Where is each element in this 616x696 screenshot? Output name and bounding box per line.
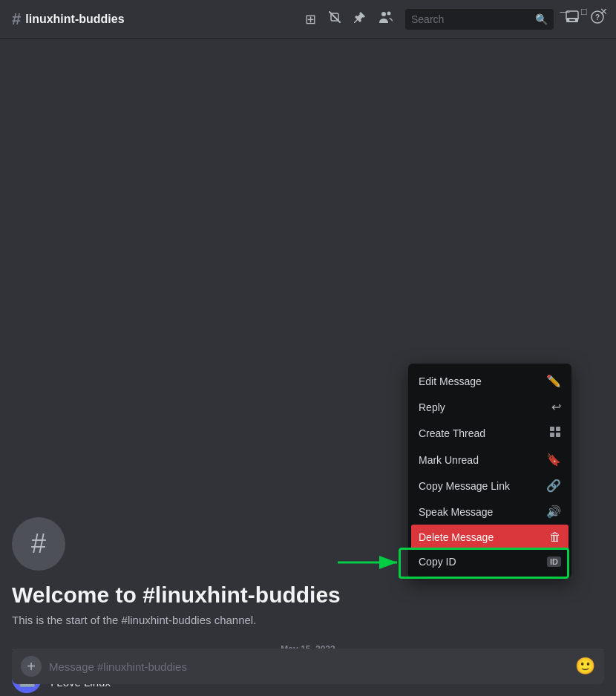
context-delete-message[interactable]: Delete Message 🗑 [411, 525, 569, 550]
attach-button[interactable]: + [21, 656, 42, 677]
channel-name-text: linuxhint-buddies [25, 13, 124, 26]
trash-icon: 🗑 [549, 531, 561, 544]
search-icon: 🔍 [535, 13, 548, 25]
maximize-button[interactable]: □ [577, 4, 591, 18]
pin-icon[interactable] [353, 10, 367, 27]
message-input-container: + 🙂 [12, 649, 604, 684]
copy-id-label: Copy ID [419, 556, 541, 568]
channel-hash-icon: # [12, 10, 21, 29]
context-mark-unread[interactable]: Mark Unread 🔖 [408, 447, 571, 473]
context-reply[interactable]: Reply ↩ [408, 394, 571, 420]
edit-icon: ✏️ [546, 374, 561, 388]
create-thread-label: Create Thread [419, 427, 543, 439]
context-copy-link[interactable]: Copy Message Link 🔗 [408, 473, 571, 499]
mute-icon[interactable] [328, 10, 341, 27]
speak-label: Speak Message [419, 506, 540, 518]
bookmark-icon: 🔖 [546, 453, 561, 467]
channel-name-display: # linuxhint-buddies [12, 10, 125, 29]
message-input[interactable] [49, 660, 568, 673]
svg-rect-6 [569, 19, 575, 21]
emoji-button[interactable]: 🙂 [575, 657, 595, 676]
message-input-bar: + 🙂 [0, 649, 616, 696]
thread-icon [549, 426, 561, 441]
speak-icon: 🔊 [546, 505, 561, 519]
svg-point-3 [387, 12, 391, 16]
close-button[interactable]: ✕ [597, 4, 610, 18]
channel-header: # linuxhint-buddies ⊞ 🔍 [0, 0, 616, 39]
svg-rect-11 [550, 433, 554, 437]
svg-rect-12 [556, 433, 560, 437]
search-box[interactable]: 🔍 [405, 9, 554, 30]
mark-unread-label: Mark Unread [419, 454, 540, 466]
context-edit-message[interactable]: Edit Message ✏️ [408, 368, 571, 394]
edit-message-label: Edit Message [419, 375, 540, 387]
minimize-button[interactable]: — [558, 4, 571, 18]
search-input[interactable] [411, 13, 531, 25]
context-create-thread[interactable]: Create Thread [408, 420, 571, 447]
reply-icon: ↩ [551, 400, 561, 414]
delete-label: Delete Message [419, 531, 543, 543]
reply-label: Reply [419, 401, 545, 413]
welcome-title: Welcome to #linuxhint-buddies [12, 582, 604, 608]
channel-icon: # [12, 517, 65, 571]
welcome-subtitle: This is the start of the #linuxhint-budd… [12, 614, 604, 626]
threads-icon[interactable]: ⊞ [305, 11, 316, 27]
context-speak[interactable]: Speak Message 🔊 [408, 499, 571, 525]
svg-rect-10 [556, 427, 560, 431]
id-icon: ID [547, 557, 561, 567]
context-menu: Edit Message ✏️ Reply ↩ Create Thread Ma… [408, 364, 571, 578]
members-icon[interactable] [379, 10, 393, 27]
channel-intro-hash: # [31, 528, 46, 559]
copy-link-label: Copy Message Link [419, 480, 540, 492]
window-controls: — □ ✕ [558, 4, 610, 18]
svg-rect-9 [550, 427, 554, 431]
context-copy-id[interactable]: Copy ID ID [408, 550, 571, 574]
svg-point-2 [381, 12, 386, 16]
link-icon: 🔗 [546, 479, 561, 493]
